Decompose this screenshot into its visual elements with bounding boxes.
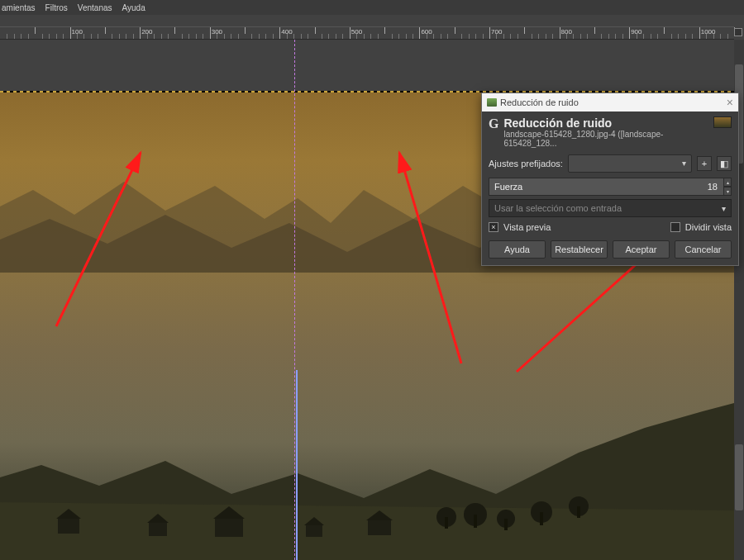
svg-rect-10 [504,519,508,530]
presets-label: Ajustes prefijados: [489,159,563,168]
menubar: amientas Filtros Ventanas Ayuda [0,0,744,15]
ruler-tick [350,27,351,39]
scrollbar-thumb[interactable] [735,444,743,510]
gmic-logo-icon: G [489,116,498,131]
close-icon[interactable]: × [727,96,733,109]
dialog-title: Reducción de ruido [503,116,708,130]
ruler-tick [245,27,246,34]
navigation-icon[interactable] [734,28,742,36]
svg-rect-4 [368,520,391,535]
ruler-tick [70,27,71,39]
input-mode-dropdown[interactable]: Usar la selección como entrada ▾ [489,199,732,217]
svg-rect-6 [445,517,448,529]
image-thumbnail [713,116,732,128]
preview-label: Vista previa [503,222,551,232]
ruler-tick [594,27,595,34]
menu-tools[interactable]: amientas [2,3,36,12]
svg-rect-3 [306,525,322,537]
add-preset-button[interactable]: + [697,156,712,171]
ruler-tick [140,27,141,39]
dialog-window-title: Reducción de ruido [500,97,579,107]
svg-rect-2 [215,519,243,537]
svg-rect-0 [58,519,79,534]
ruler-tick [105,27,106,34]
strength-slider[interactable]: Fuerza 18 ▴ ▾ [489,178,732,196]
svg-rect-8 [474,515,477,528]
ruler-tick [699,27,700,39]
cancel-button[interactable]: Cancelar [675,240,732,259]
svg-rect-14 [577,506,580,518]
ruler-tick [279,27,280,39]
input-mode-placeholder: Usar la selección como entrada [494,203,622,213]
noise-reduction-dialog: Reducción de ruido × G Reducción de ruid… [481,93,739,266]
ruler-tick [560,27,560,39]
dialog-subtitle: landscape-615428_1280.jpg-4 ([landscape-… [503,130,708,148]
ok-button[interactable]: Aceptar [613,240,670,259]
ruler-tick [174,27,175,34]
chevron-down-icon: ▾ [722,204,726,213]
ruler-tick [664,27,665,34]
ruler-tick [489,27,490,39]
ruler-tick [524,27,525,34]
help-button[interactable]: Ayuda [489,240,546,259]
ruler-tick [384,27,385,34]
ruler-tick [629,27,630,39]
reset-button[interactable]: Restablecer [551,240,608,259]
dialog-icon [487,98,497,107]
preview-row: × Vista previa Dividir vista [482,221,738,237]
dialog-titlebar[interactable]: Reducción de ruido × [482,93,738,112]
dialog-buttons: Ayuda Restablecer Aceptar Cancelar [482,237,738,265]
ruler-tick [455,27,455,34]
dialog-header: G Reducción de ruido landscape-615428_12… [482,112,738,151]
svg-rect-1 [149,523,167,536]
ruler-tick [35,27,36,34]
ruler-tick [210,27,211,39]
chevron-down-icon: ▾ [682,159,686,168]
manage-preset-button[interactable]: ◧ [717,156,732,171]
slider-label: Fuerza [494,182,522,192]
menu-help[interactable]: Ayuda [122,3,145,12]
spin-up-button[interactable]: ▴ [723,178,732,187]
ruler-area: 1002003004005006007008009001000 [0,15,744,40]
menu-windows[interactable]: Ventanas [78,3,112,12]
vertical-guide[interactable] [294,40,295,560]
split-label: Dividir vista [685,222,732,232]
ruler-tick [419,27,420,39]
presets-row: Ajustes prefijados: ▾ + ◧ [482,151,738,176]
ruler-tick [315,27,316,34]
svg-rect-12 [540,512,543,525]
vertical-guide-solid[interactable] [296,370,298,560]
presets-dropdown[interactable]: ▾ [568,154,692,173]
preview-checkbox[interactable]: × [489,222,498,232]
spin-down-button[interactable]: ▾ [723,187,732,196]
menu-filters[interactable]: Filtros [45,3,68,12]
horizontal-ruler[interactable]: 1002003004005006007008009001000 [0,26,734,40]
split-checkbox[interactable] [670,222,680,232]
